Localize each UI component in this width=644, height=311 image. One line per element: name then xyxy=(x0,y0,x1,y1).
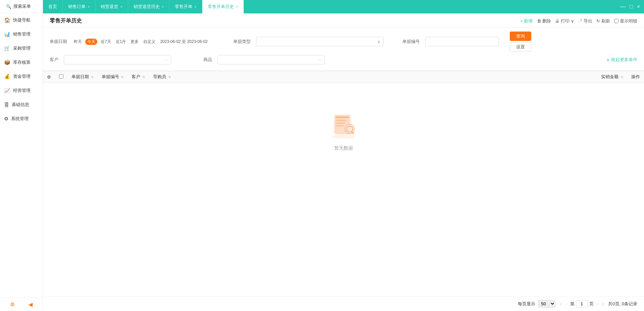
tab-retail-open[interactable]: 零售开单 × xyxy=(169,0,202,13)
settings-bottom-icon[interactable]: ⚙ xyxy=(10,301,15,308)
finance-icon: 💰 xyxy=(4,73,10,80)
sidebar-item-purchase-mgmt[interactable]: 🛒 采购管理 xyxy=(0,41,43,55)
print-button[interactable]: 🖨 打印 ∨ xyxy=(555,18,574,24)
export-button[interactable]: ↗ 导出 xyxy=(578,18,593,24)
svg-rect-5 xyxy=(336,125,344,126)
sort-customer-icon[interactable]: ⇅ xyxy=(142,75,145,79)
column-settings-icon[interactable]: ⚙ xyxy=(47,74,51,80)
date-label: 单据日期 xyxy=(50,39,67,45)
inventory-icon: 📦 xyxy=(4,59,10,65)
tab-sales-return-history-label: 销货退货历史 xyxy=(134,4,160,10)
operations-icon: 📈 xyxy=(4,88,10,94)
sort-guide-icon[interactable]: ⇅ xyxy=(168,75,171,79)
last7-shortcut[interactable]: 近7天 xyxy=(99,39,112,45)
sales-icon: 📊 xyxy=(4,31,10,37)
col-settings[interactable]: ⚙ xyxy=(43,71,55,83)
tab-bar: 首页 销售订单 × 销货退货 × 销货退货历史 × 零售开单 × 零售开单历史 … xyxy=(43,0,644,13)
today-shortcut[interactable]: 今天 xyxy=(85,39,97,45)
sidebar-item-label: 库存核算 xyxy=(13,59,31,65)
tab-sales-return-history[interactable]: 销货退货历史 × xyxy=(128,0,169,13)
tab-retail-open-close[interactable]: × xyxy=(194,5,196,9)
svg-rect-2 xyxy=(336,116,349,118)
col-amount[interactable]: 实销金额 ⇅ xyxy=(597,71,627,83)
page-title: 零售开单历史 xyxy=(50,17,82,24)
sidebar-item-operations[interactable]: 📈 经营管理 xyxy=(0,84,43,98)
col-customer[interactable]: 客户 ⇅ xyxy=(128,71,149,83)
delete-button[interactable]: 🗑 删除 xyxy=(537,18,551,24)
more-shortcut[interactable]: 更多 xyxy=(129,39,140,45)
tab-sales-order[interactable]: 销售订单 × xyxy=(63,0,95,13)
collapse-sidebar-icon[interactable]: ◀ xyxy=(29,301,33,308)
svg-point-0 xyxy=(332,135,356,139)
page-number-input[interactable] xyxy=(576,300,588,307)
first-page-button[interactable]: « xyxy=(558,301,563,307)
sidebar-item-system-mgmt[interactable]: ⚙ 系统管理 xyxy=(0,112,43,126)
filter-row-1: 单据日期 昨天 今天 近7天 近1月 更多 自定义 2023-06-02 至 2… xyxy=(50,32,637,52)
bill-type-arrow: ∨ xyxy=(377,39,381,44)
yesterday-shortcut[interactable]: 昨天 xyxy=(72,39,83,45)
goods-input[interactable]: ··· xyxy=(217,55,325,64)
next-page-button[interactable]: › xyxy=(595,301,599,307)
collapse-button[interactable]: ∧ 收起更多条件 xyxy=(606,57,637,63)
basicinfo-icon: 🗄 xyxy=(4,102,9,108)
sidebar-item-inventory[interactable]: 📦 库存核算 xyxy=(0,55,43,69)
col-guide[interactable]: 导购员 ⇅ xyxy=(149,71,175,83)
last-page-button[interactable]: » xyxy=(600,301,605,307)
show-detail-text: 显示明细 xyxy=(620,18,637,24)
sidebar-item-label: 资金管理 xyxy=(13,73,31,80)
sort-bill-date-icon[interactable]: ⇅ xyxy=(91,75,94,79)
window-close-icon[interactable]: × xyxy=(637,4,640,10)
bill-no-input[interactable] xyxy=(425,37,499,46)
main-area: 首页 销售订单 × 销货退货 × 销货退货历史 × 零售开单 × 零售开单历史 … xyxy=(43,0,644,311)
sidebar-item-sales-mgmt[interactable]: 📊 销售管理 xyxy=(0,27,43,41)
col-checkbox[interactable] xyxy=(55,71,67,83)
tab-sales-return-history-close[interactable]: × xyxy=(162,5,164,9)
tab-retail-history[interactable]: 零售开单历史 × xyxy=(202,0,244,13)
system-icon: ⚙ xyxy=(4,116,8,122)
set-button[interactable]: 设置 xyxy=(510,42,531,52)
sidebar-search-label: 搜索采单 xyxy=(13,3,31,9)
tab-home[interactable]: 首页 xyxy=(43,0,63,13)
col-guide-label: 导购员 xyxy=(153,74,166,79)
col-bill-no[interactable]: 单据编号 ⇅ xyxy=(98,71,128,83)
customer-input[interactable]: ··· xyxy=(64,55,171,64)
page-label: 第 xyxy=(570,301,575,307)
sidebar-item-finance[interactable]: 💰 资金管理 xyxy=(0,69,43,84)
tab-retail-history-close[interactable]: × xyxy=(236,5,238,9)
col-bill-date-label: 单据日期 xyxy=(71,74,89,79)
query-button[interactable]: 查询 xyxy=(510,32,531,41)
prev-page-button[interactable]: ‹ xyxy=(564,301,568,307)
table-wrap: ⚙ 单据日期 ⇅ 单据编号 ⇅ xyxy=(43,71,644,296)
sidebar-search-item[interactable]: 🔍 搜索采单 xyxy=(0,0,43,13)
bill-type-select[interactable]: ∨ xyxy=(256,37,384,46)
sidebar-item-basic-info[interactable]: 🗄 基础信息 xyxy=(0,98,43,112)
tab-retail-history-label: 零售开单历史 xyxy=(208,4,234,10)
customer-label: 客户 xyxy=(50,57,58,63)
tab-sales-return[interactable]: 销货退货 × xyxy=(95,0,128,13)
select-all-checkbox[interactable] xyxy=(59,74,63,79)
col-action: 操作 xyxy=(627,71,644,83)
date-range-display: 2023-06-02 至 2023-06-02 xyxy=(160,39,207,45)
show-detail-checkbox[interactable] xyxy=(614,19,618,23)
action-area: 查询 设置 xyxy=(510,32,531,52)
col-bill-date[interactable]: 单据日期 ⇅ xyxy=(67,71,98,83)
show-detail-label[interactable]: 显示明细 xyxy=(614,18,637,24)
tab-sales-order-label: 销售订单 xyxy=(68,4,86,10)
tab-sales-order-close[interactable]: × xyxy=(88,5,90,9)
maximize-icon[interactable]: □ xyxy=(630,4,633,10)
per-page-select[interactable]: 50 10 20 100 xyxy=(538,300,555,308)
print-arrow: ∨ xyxy=(571,18,574,23)
refresh-button[interactable]: ↻ 刷新 xyxy=(596,18,610,24)
col-action-label: 操作 xyxy=(631,74,640,79)
last1m-shortcut[interactable]: 近1月 xyxy=(114,39,128,45)
sort-amount-icon[interactable]: ⇅ xyxy=(621,75,623,79)
col-amount-label: 实销金额 xyxy=(601,74,618,79)
sidebar-item-quick-nav[interactable]: 🏠 快捷导航 xyxy=(0,13,43,27)
sidebar: 🔍 搜索采单 🏠 快捷导航 📊 销售管理 🛒 采购管理 📦 库存核算 💰 资金管… xyxy=(0,0,43,311)
sort-bill-no-icon[interactable]: ⇅ xyxy=(121,75,123,79)
sidebar-item-label: 采购管理 xyxy=(13,45,31,51)
custom-shortcut[interactable]: 自定义 xyxy=(142,39,157,45)
tab-sales-return-close[interactable]: × xyxy=(120,5,122,9)
minimize-icon[interactable]: — xyxy=(620,4,626,10)
new-button[interactable]: + 新增 xyxy=(520,18,533,24)
